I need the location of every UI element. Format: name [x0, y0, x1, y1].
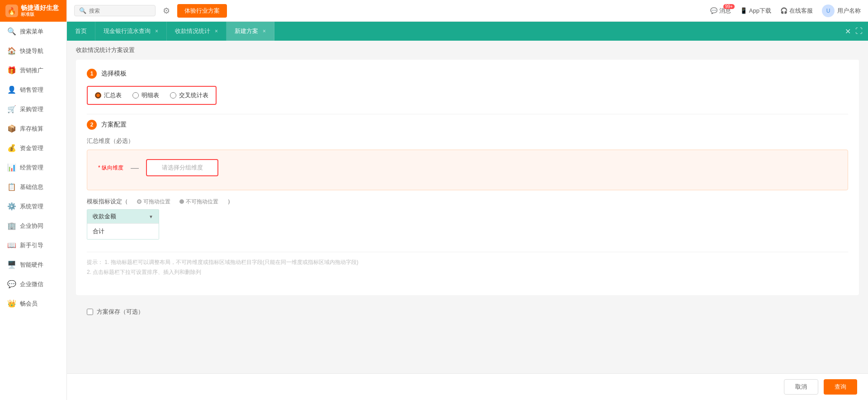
- gear-icon[interactable]: ⚙: [163, 6, 170, 16]
- sidebar-item-label: 新手引导: [20, 241, 43, 249]
- tab-home[interactable]: 首页: [67, 22, 95, 41]
- page-title: 收款情况统计方案设置: [76, 46, 859, 54]
- sidebar-item-basic-info[interactable]: 📋基础信息: [0, 177, 66, 197]
- drag-dot-icon: [137, 199, 142, 204]
- sidebar-item-search-menu[interactable]: 🔍搜索菜单: [0, 22, 66, 41]
- save-label: 方案保存（可选）: [97, 308, 144, 316]
- expand-window-icon[interactable]: ⛶: [855, 27, 863, 35]
- sidebar-item-label: 畅会员: [20, 300, 38, 308]
- template-selector: 汇总表 明细表 交叉统计表: [87, 86, 217, 105]
- sidebar-item-finance[interactable]: 💰资金管理: [0, 138, 66, 158]
- notification-badge[interactable]: 💬 消息 99+: [710, 7, 731, 15]
- operation-icon: 📊: [7, 163, 15, 172]
- step1-number: 1: [87, 69, 97, 79]
- support-icon: 🎧: [780, 7, 788, 14]
- hardware-icon: 🖥️: [7, 260, 15, 269]
- topbar: 🔍 ⚙ 体验行业方案 💬 消息 99+ 📱 App下载 🎧 在线客服 U 用户名…: [67, 0, 868, 22]
- close-window-icon[interactable]: ✕: [845, 27, 851, 36]
- search-icon: 🔍: [79, 7, 86, 14]
- tabs-actions: ✕ ⛶: [840, 22, 868, 41]
- radio-summary[interactable]: 汇总表: [95, 91, 122, 99]
- search-menu-icon: 🔍: [7, 27, 15, 36]
- sidebar: 🔥 畅捷通好生意 标准版 🔍搜索菜单🏠快捷导航🎁营销推广👤销售管理🛒采购管理📦库…: [0, 0, 67, 400]
- metrics-label: 模板指标设定（ 可拖动位置 不可拖动位置 ）: [87, 198, 848, 206]
- download-icon: 📱: [740, 7, 747, 14]
- dimension-selector[interactable]: 请选择分组维度: [146, 159, 218, 176]
- sidebar-item-operation[interactable]: 📊经营管理: [0, 158, 66, 177]
- sidebar-item-wechat[interactable]: 💬企业微信: [0, 274, 66, 294]
- sidebar-item-system[interactable]: ⚙️系统管理: [0, 197, 66, 216]
- marketing-icon: 🎁: [7, 66, 15, 75]
- no-draggable-label: 不可拖动位置: [186, 198, 218, 206]
- sidebar-item-label: 营销推广: [20, 66, 43, 75]
- step1-header: 1 选择模板: [87, 69, 848, 79]
- sidebar-item-label: 库存核算: [20, 125, 43, 133]
- dimension-label: 汇总维度（必选）: [87, 137, 848, 145]
- tip-2: 2. 点击标题栏下拉可设置排序、插入列和删除列: [87, 268, 848, 278]
- sidebar-item-quick-nav[interactable]: 🏠快捷导航: [0, 41, 66, 61]
- search-input[interactable]: [89, 8, 148, 14]
- radio-detail[interactable]: 明细表: [132, 91, 159, 99]
- divider-1: [87, 114, 848, 114]
- tabs-bar: 首页 现金银行流水查询 × 收款情况统计 × 新建方案 × ✕ ⛶: [67, 22, 868, 41]
- sidebar-item-purchase[interactable]: 🛒采购管理: [0, 99, 66, 119]
- sidebar-item-inventory[interactable]: 📦库存核算: [0, 119, 66, 138]
- online-support[interactable]: 🎧 在线客服: [780, 7, 813, 15]
- radio-cross-input[interactable]: [170, 92, 176, 99]
- tab-collection-stat[interactable]: 收款情况统计 ×: [167, 22, 226, 41]
- sidebar-item-label: 资金管理: [20, 144, 43, 152]
- tab-bank-flow-label: 现金银行流水查询: [104, 27, 151, 35]
- sidebar-item-label: 智能硬件: [20, 261, 43, 269]
- metrics-dropdown-icon[interactable]: ▼: [149, 214, 153, 219]
- step2-section: 2 方案配置 汇总维度（必选） 纵向维度 — 请选择分组维度: [87, 120, 848, 277]
- sidebar-item-hardware[interactable]: 🖥️智能硬件: [0, 255, 66, 274]
- save-checkbox[interactable]: [87, 309, 93, 315]
- tab-new-plan-close[interactable]: ×: [263, 28, 266, 34]
- step1-section: 1 选择模板 汇总表 明细表: [87, 69, 848, 105]
- sidebar-item-guide[interactable]: 📖新手引导: [0, 235, 66, 255]
- tab-collection-stat-label: 收款情况统计: [175, 27, 210, 35]
- sidebar-item-sales[interactable]: 👤销售管理: [0, 80, 66, 99]
- tab-new-plan[interactable]: 新建方案 ×: [226, 22, 274, 41]
- guide-icon: 📖: [7, 241, 15, 249]
- sidebar-item-label: 企业协同: [20, 222, 43, 230]
- tip-1-text: 1. 拖动标题栏可以调整布局，不可跨维度或指标区域拖动栏目字段(只能在同一维度或…: [104, 259, 358, 265]
- draggable-label: 可拖动位置: [143, 198, 170, 206]
- sidebar-item-marketing[interactable]: 🎁营销推广: [0, 61, 66, 80]
- no-drag-dot-icon: [179, 199, 184, 204]
- enterprise-icon: 🏢: [7, 221, 15, 230]
- message-icon: 💬: [710, 7, 717, 14]
- tab-bank-flow-close[interactable]: ×: [155, 28, 158, 34]
- radio-summary-input[interactable]: [95, 92, 101, 99]
- draggable-badge: 可拖动位置: [137, 198, 170, 206]
- main-card: 1 选择模板 汇总表 明细表: [76, 60, 859, 295]
- app-download[interactable]: 📱 App下载: [740, 7, 771, 15]
- quick-nav-icon: 🏠: [7, 47, 15, 55]
- arrow-icon: —: [131, 163, 139, 173]
- query-button[interactable]: 查询: [824, 379, 857, 395]
- step2-header: 2 方案配置: [87, 120, 848, 130]
- trial-button[interactable]: 体验行业方案: [177, 4, 227, 18]
- notification-count: 99+: [723, 4, 735, 9]
- radio-detail-input[interactable]: [132, 92, 139, 99]
- cancel-button[interactable]: 取消: [784, 379, 818, 395]
- user-info[interactable]: U 用户名称: [822, 5, 861, 17]
- inventory-icon: 📦: [7, 124, 15, 133]
- logo-icon: 🔥: [5, 5, 18, 17]
- avatar: U: [822, 5, 835, 17]
- page-container: 收款情况统计方案设置 1 选择模板 汇总表: [67, 41, 868, 323]
- basic-info-icon: 📋: [7, 183, 15, 191]
- search-box[interactable]: 🔍: [74, 5, 156, 16]
- radio-cross[interactable]: 交叉统计表: [170, 91, 208, 99]
- sidebar-item-member[interactable]: 👑畅会员: [0, 294, 66, 313]
- sales-icon: 👤: [7, 85, 15, 94]
- tab-new-plan-label: 新建方案: [235, 27, 258, 35]
- topbar-right: 💬 消息 99+ 📱 App下载 🎧 在线客服 U 用户名称: [710, 5, 861, 17]
- bottom-bar: 取消 查询: [67, 373, 868, 400]
- tab-collection-stat-close[interactable]: ×: [215, 28, 218, 34]
- tab-bank-flow[interactable]: 现金银行流水查询 ×: [95, 22, 167, 41]
- sidebar-item-enterprise[interactable]: 🏢企业协同: [0, 216, 66, 235]
- sidebar-item-label: 搜索菜单: [20, 28, 43, 36]
- vertical-dim-label: 纵向维度: [98, 164, 123, 172]
- content-area: 收款情况统计方案设置 1 选择模板 汇总表: [67, 41, 868, 373]
